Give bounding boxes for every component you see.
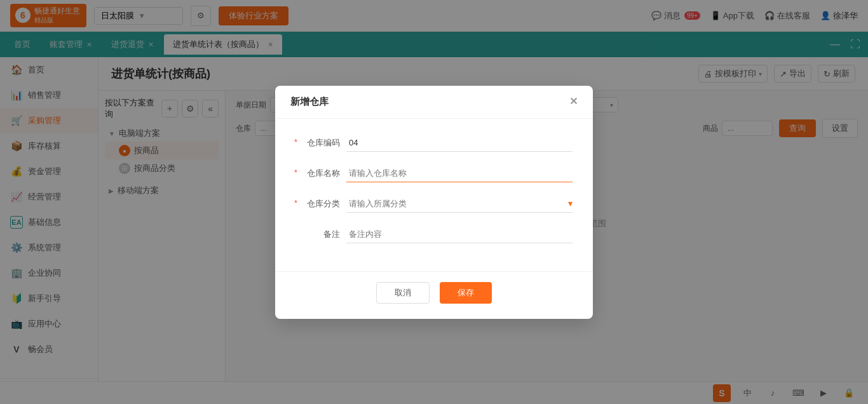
code-label: 仓库编码 bbox=[295, 137, 346, 149]
category-select-wrapper: ▾ bbox=[346, 195, 573, 213]
category-input[interactable] bbox=[346, 195, 568, 212]
form-row-name: 仓库名称 bbox=[295, 165, 573, 182]
code-input[interactable] bbox=[346, 134, 573, 152]
add-warehouse-modal: 新增仓库 ✕ 仓库编码 仓库名称 仓库分类 ▾ bbox=[275, 86, 593, 319]
form-row-code: 仓库编码 bbox=[295, 134, 573, 152]
modal-close-button[interactable]: ✕ bbox=[569, 97, 578, 107]
name-input[interactable] bbox=[346, 165, 573, 182]
category-label: 仓库分类 bbox=[295, 198, 346, 210]
save-button[interactable]: 保存 bbox=[440, 282, 492, 304]
form-row-category: 仓库分类 ▾ bbox=[295, 195, 573, 213]
modal-body: 仓库编码 仓库名称 仓库分类 ▾ 备注 bbox=[275, 119, 593, 271]
name-label: 仓库名称 bbox=[295, 168, 346, 179]
category-dropdown-arrow[interactable]: ▾ bbox=[568, 198, 573, 208]
modal-footer: 取消 保存 bbox=[275, 271, 593, 319]
form-row-note: 备注 bbox=[295, 226, 573, 243]
note-input[interactable] bbox=[346, 226, 573, 243]
note-label: 备注 bbox=[295, 229, 346, 240]
cancel-button[interactable]: 取消 bbox=[376, 282, 430, 304]
modal-header: 新增仓库 ✕ bbox=[275, 86, 593, 119]
modal-overlay[interactable]: 新增仓库 ✕ 仓库编码 仓库名称 仓库分类 ▾ bbox=[0, 0, 868, 404]
modal-title: 新增仓库 bbox=[290, 96, 329, 108]
